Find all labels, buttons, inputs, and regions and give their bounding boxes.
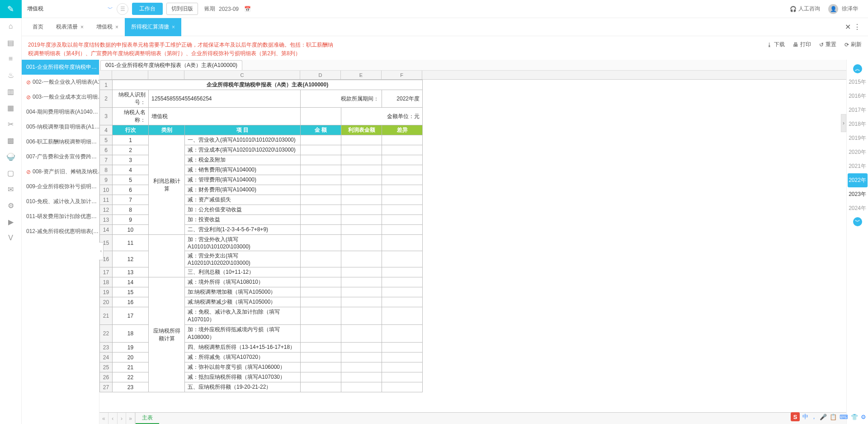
list-item[interactable]: 010-免税、减计收入及加计… [22, 194, 99, 209]
list-item[interactable]: 001-企业所得税年度纳税申… [22, 60, 99, 75]
col-header[interactable] [99, 71, 112, 79]
refresh-link[interactable]: ⟳刷新 [844, 41, 862, 48]
sheet-area: ‹ 001-企业所得税年度纳税申报表（A类）主表(A100000) CDEF 1… [99, 60, 846, 424]
list-item[interactable]: ⊘003-一般企业成本支出明细… [22, 90, 99, 105]
nav-mail-icon[interactable]: ✉ [0, 181, 22, 197]
workbench-button[interactable]: 工作台 [132, 3, 163, 15]
left-nav: ✎ ⌂ ▤ ≡ ♨ ▥ ▦ ✂ ▩ 🍚 ▢ ✉ ⚙ ▶ V [0, 0, 22, 424]
collapse-handle[interactable]: ‹ [99, 242, 104, 260]
nav-shirt-icon[interactable]: ✂ [0, 116, 22, 132]
year-2016年[interactable]: 2016年 [848, 89, 868, 103]
list-item[interactable]: 005-纳税调整项目明细表(A1… [22, 119, 99, 134]
close-icon[interactable]: × [115, 24, 118, 30]
ime-item[interactable]: 👕 [851, 414, 858, 420]
tab-增值税[interactable]: 增值税× [90, 18, 125, 36]
download-icon: ⭳ [767, 42, 772, 48]
nav-doc-icon[interactable]: ▤ [0, 34, 22, 51]
more-icon: ⋮ [854, 23, 861, 31]
sheet-nav-last[interactable]: » [126, 413, 135, 424]
download-link[interactable]: ⭳下载 [767, 41, 785, 48]
warning-text: 2019年度涉及取以前年度结转数据的申报表单元格需要手工维护正确，才能保证本年及… [28, 41, 335, 58]
ime-item[interactable]: ⚙ [861, 414, 866, 420]
year-sidebar: ︽ 2015年2016年2017年2018年2019年2020年2021年202… [846, 60, 868, 424]
headset-icon: 🎧 [790, 6, 797, 12]
col-header[interactable] [148, 71, 184, 79]
year-2022年[interactable]: 2022年 [848, 173, 868, 187]
avatar-icon: 👤 [828, 4, 838, 14]
nav-clip-icon[interactable]: ▥ [0, 83, 22, 100]
year-2019年[interactable]: 2019年 [848, 131, 868, 145]
tabs-close-all[interactable]: ✕⋮ [845, 23, 863, 31]
chevron-down-icon: ﹀ [108, 5, 113, 13]
reset-link[interactable]: ↺重置 [819, 41, 836, 48]
list-item[interactable]: 006-职工薪酬纳税调整明细… [22, 134, 99, 149]
calendar-icon[interactable]: 📅 [244, 6, 251, 12]
col-header[interactable]: F [382, 71, 422, 79]
switch-old-button[interactable]: 切到旧版 [166, 3, 198, 15]
list-item[interactable]: ⊘002-一般企业收入明细表(A1… [22, 75, 99, 90]
close-icon[interactable]: × [80, 24, 84, 30]
nav-gear-icon[interactable]: ⚙ [0, 197, 22, 214]
year-down-icon[interactable]: ︾ [853, 217, 862, 226]
list-item[interactable]: 012-减免所得税优惠明细表(… [22, 224, 99, 239]
year-up-icon[interactable]: ︽ [853, 64, 862, 73]
col-header[interactable]: E [341, 71, 382, 79]
year-2018年[interactable]: 2018年 [848, 117, 868, 131]
year-2017年[interactable]: 2017年 [848, 103, 868, 117]
year-2023年[interactable]: 2023年 [848, 187, 868, 201]
year-2024年[interactable]: 2024年 [848, 201, 868, 215]
nav-play-icon[interactable]: ▶ [0, 214, 22, 230]
list-item[interactable]: 011-研发费用加计扣除优惠… [22, 209, 99, 224]
nav-chart-icon[interactable]: ≡ [0, 51, 22, 67]
nav-box-icon[interactable]: ▢ [0, 165, 22, 181]
year-2015年[interactable]: 2015年 [848, 75, 868, 89]
logo-icon[interactable]: ✎ [0, 0, 22, 18]
sheet-nav-first[interactable]: « [99, 413, 108, 424]
reset-icon: ↺ [819, 42, 824, 48]
right-expand-handle[interactable]: › [841, 114, 846, 132]
close-icon[interactable]: × [172, 24, 175, 30]
company-select[interactable]: 增值税 ﹀ [27, 5, 113, 13]
year-2020年[interactable]: 2020年 [848, 145, 868, 159]
sheet-nav-prev[interactable]: ‹ [108, 413, 118, 424]
spreadsheet[interactable]: 1企业所得税年度纳税申报表（A类）主表(A100000)2纳税人识别号：1255… [99, 80, 423, 392]
ime-item[interactable]: 📋 [830, 414, 837, 420]
sheet-nav-next[interactable]: › [118, 413, 127, 424]
sheet-tab[interactable]: 001-企业所得税年度纳税申报表（A类）主表(A100000) [100, 60, 242, 70]
list-item[interactable]: 007-广告费和业务宣传费跨… [22, 149, 99, 164]
nav-bag-icon[interactable]: ♨ [0, 67, 22, 83]
tab-首页[interactable]: 首页 [26, 18, 50, 36]
col-header[interactable] [112, 71, 148, 79]
nav-grid-icon[interactable]: ▩ [0, 132, 22, 148]
tab-所得税汇算清缴[interactable]: 所得税汇算清缴× [125, 18, 181, 36]
consult-link[interactable]: 🎧 人工咨询 [790, 5, 820, 13]
company-name: 增值税 [27, 5, 43, 13]
ime-bar: S 中 ， 🎤 📋 ⌨ 👕 ⚙ [791, 411, 866, 422]
tabs: 首页税表清册×增值税×所得税汇算清缴×✕⋮ [22, 18, 868, 36]
user-menu[interactable]: 👤 徐泽华 [828, 4, 858, 14]
refresh-icon: ⟳ [844, 42, 849, 48]
ime-logo-icon[interactable]: S [791, 412, 800, 421]
col-header[interactable]: D [300, 71, 341, 79]
topbar: 增值税 ﹀ ☰ 工作台 切到旧版 账期 2023-09 📅 🎧 人工咨询 👤 徐… [22, 0, 868, 18]
ime-item[interactable]: 🎤 [820, 414, 827, 420]
list-item[interactable]: ⊘008-资产折旧、摊销及纳税… [22, 164, 99, 179]
nav-calc-icon[interactable]: ▦ [0, 100, 22, 116]
ime-lang[interactable]: 中 [802, 413, 808, 421]
bottom-sheet-tab[interactable]: 主表 [136, 413, 159, 424]
period-value[interactable]: 2023-09 [219, 6, 239, 12]
year-2021年[interactable]: 2021年 [848, 159, 868, 173]
hscroll[interactable] [163, 416, 846, 421]
list-item[interactable]: 009-企业所得税弥补亏损明… [22, 179, 99, 194]
ime-item[interactable]: ⌨ [840, 414, 848, 420]
list-icon-button[interactable]: ☰ [117, 3, 128, 15]
ime-item[interactable]: ， [811, 413, 817, 421]
col-header[interactable]: C [184, 71, 300, 79]
list-item[interactable]: 004-期间费用明细表(A1040… [22, 105, 99, 119]
print-link[interactable]: 🖶打印 [793, 41, 811, 48]
tab-税表清册[interactable]: 税表清册× [50, 18, 90, 36]
nav-bowl-icon[interactable]: 🍚 [0, 148, 22, 165]
warn-icon: ⊘ [26, 94, 31, 100]
nav-v-icon[interactable]: V [0, 230, 22, 246]
nav-home-icon[interactable]: ⌂ [0, 18, 22, 34]
